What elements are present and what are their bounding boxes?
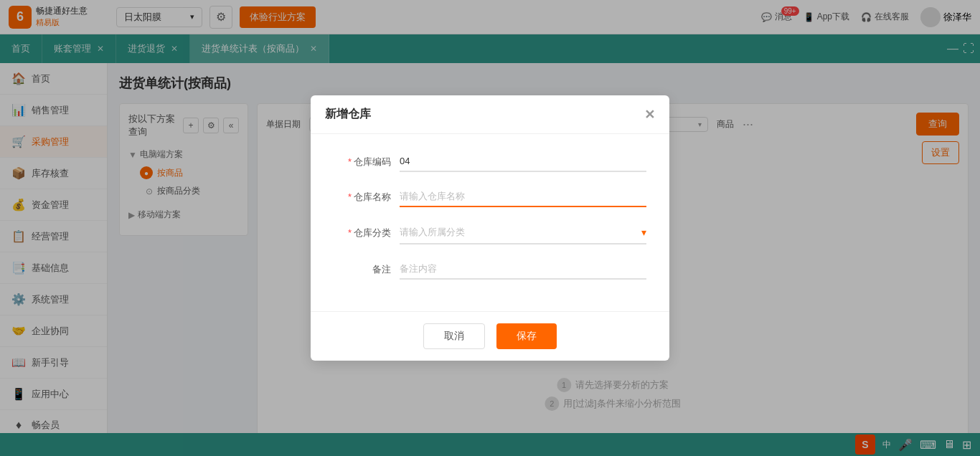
dialog-close-button[interactable]: ✕ [644,108,655,121]
code-input[interactable] [400,151,646,172]
category-label: 仓库分类 [334,227,391,239]
note-input[interactable] [400,259,646,280]
modal-overlay[interactable]: 新增仓库 ✕ 仓库编码 仓库名称 仓库分类 请输入所属分类 ▾ [0,0,980,456]
dialog-footer: 取消 保存 [311,311,669,361]
form-row-category: 仓库分类 请输入所属分类 ▾ [334,222,646,244]
form-row-note: 备注 [334,259,646,280]
name-input[interactable] [400,186,646,207]
dialog-body: 仓库编码 仓库名称 仓库分类 请输入所属分类 ▾ 备注 [311,134,669,311]
code-label: 仓库编码 [334,156,391,168]
dialog-title: 新增仓库 [325,107,371,122]
form-row-code: 仓库编码 [334,151,646,172]
category-chevron-icon: ▾ [641,227,646,238]
category-select[interactable]: 请输入所属分类 ▾ [400,222,646,244]
cancel-button[interactable]: 取消 [423,323,485,349]
form-row-name: 仓库名称 [334,186,646,207]
note-label: 备注 [334,263,391,276]
save-button[interactable]: 保存 [496,323,557,349]
dialog-header: 新增仓库 ✕ [311,95,669,134]
name-label: 仓库名称 [334,191,391,204]
new-warehouse-dialog: 新增仓库 ✕ 仓库编码 仓库名称 仓库分类 请输入所属分类 ▾ [311,95,669,361]
